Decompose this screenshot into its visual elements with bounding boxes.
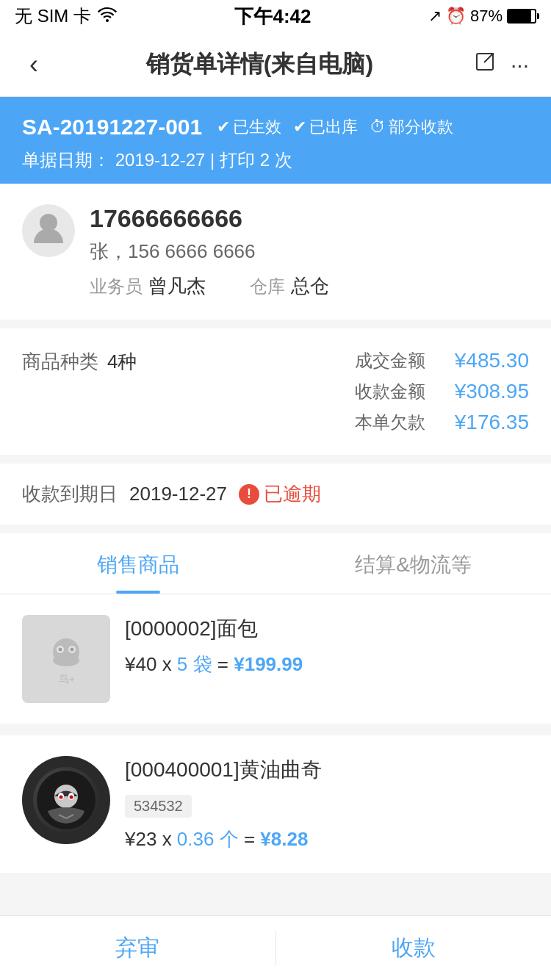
svg-point-14 bbox=[60, 796, 63, 799]
sales-label: 业务员 bbox=[90, 275, 143, 298]
tabs: 销售商品 结算&物流等 bbox=[0, 533, 551, 594]
carrier-text: 无 SIM 卡 bbox=[15, 4, 91, 28]
avatar bbox=[22, 204, 75, 257]
alarm-icon: ⏰ bbox=[446, 7, 466, 26]
overdue-text: 已逾期 bbox=[264, 481, 321, 507]
status-time: 下午4:42 bbox=[234, 4, 311, 29]
product-image-2 bbox=[33, 767, 99, 833]
product-total-1: ¥199.99 bbox=[234, 653, 303, 675]
debt-label: 本单欠款 bbox=[355, 411, 425, 434]
warehouse-meta: 仓库 总仓 bbox=[250, 273, 329, 299]
location-icon: ↗ bbox=[428, 7, 442, 26]
transaction-value: ¥485.30 bbox=[455, 349, 529, 372]
customer-name: 张，156 6666 6666 bbox=[90, 239, 529, 264]
product-type-label: 商品种类 bbox=[22, 349, 98, 375]
battery-icon bbox=[507, 9, 536, 24]
product-unit-2: 个 bbox=[220, 828, 239, 850]
received-label: 收款金额 bbox=[355, 380, 425, 403]
order-id: SA-20191227-001 bbox=[22, 115, 202, 140]
tab-products[interactable]: 销售商品 bbox=[0, 533, 276, 594]
page-title: 销货单详情(来自电脑) bbox=[146, 48, 373, 81]
customer-meta: 业务员 曾凡杰 仓库 总仓 bbox=[90, 273, 529, 299]
table-row: 鸟+ [0000002]面包 ¥40 x 5 袋 = ¥199.99 bbox=[0, 594, 551, 724]
table-row: [000400001]黄油曲奇 534532 ¥23 x 0.36 个 = ¥8… bbox=[0, 735, 551, 873]
customer-phone: 17666666666 bbox=[90, 204, 529, 233]
nav-bar: ‹ 销货单详情(来自电脑) ··· bbox=[0, 32, 551, 97]
more-icon[interactable]: ··· bbox=[511, 52, 529, 77]
back-button[interactable]: ‹ bbox=[22, 42, 46, 87]
transaction-row: 成交金额 ¥485.30 bbox=[355, 349, 529, 372]
svg-point-7 bbox=[71, 648, 74, 652]
received-row: 收款金额 ¥308.95 bbox=[355, 380, 529, 403]
header-banner: SA-20191227-001 ✔ 已生效 ✔ 已出库 ⏱ 部分收款 单据日期：… bbox=[0, 97, 551, 184]
status-left: 无 SIM 卡 bbox=[15, 4, 118, 28]
check-icon-2: ✔ bbox=[293, 118, 306, 137]
status-tag-shipped: ✔ 已出库 bbox=[293, 116, 358, 138]
product-thumbnail-1: 鸟+ bbox=[22, 615, 110, 703]
banner-row1: SA-20191227-001 ✔ 已生效 ✔ 已出库 ⏱ 部分收款 bbox=[22, 115, 529, 140]
product-thumbnail-2 bbox=[22, 756, 110, 844]
product-total-2: ¥8.28 bbox=[260, 828, 308, 850]
sales-meta: 业务员 曾凡杰 bbox=[90, 273, 206, 299]
sales-value: 曾凡杰 bbox=[148, 273, 206, 299]
product-type-value: 4种 bbox=[107, 349, 137, 375]
cancel-button[interactable]: 弃审 bbox=[0, 916, 276, 980]
status-tags: ✔ 已生效 ✔ 已出库 ⏱ 部分收款 bbox=[217, 116, 453, 138]
warehouse-value: 总仓 bbox=[291, 273, 329, 299]
svg-text:鸟+: 鸟+ bbox=[59, 673, 75, 685]
due-date-value: 2019-12-27 bbox=[129, 483, 227, 505]
stats-section: 商品种类 4种 成交金额 ¥485.30 收款金额 ¥308.95 本单欠款 ¥… bbox=[0, 328, 551, 464]
status-bar: 无 SIM 卡 下午4:42 ↗ ⏰ 87% bbox=[0, 0, 551, 32]
product-badge-2: 534532 bbox=[125, 795, 192, 818]
svg-point-15 bbox=[70, 796, 73, 799]
overdue-badge: ! 已逾期 bbox=[239, 481, 321, 507]
thumb-placeholder-1: 鸟+ bbox=[22, 615, 110, 703]
customer-info: 17666666666 张，156 6666 6666 业务员 曾凡杰 仓库 总… bbox=[90, 204, 529, 299]
transaction-label: 成交金额 bbox=[355, 349, 425, 372]
product-name-1: [0000002]面包 bbox=[125, 615, 529, 643]
bottom-bar: 弃审 收款 bbox=[0, 915, 551, 980]
debt-row: 本单欠款 ¥176.35 bbox=[355, 411, 529, 434]
customer-section: 17666666666 张，156 6666 6666 业务员 曾凡杰 仓库 总… bbox=[0, 184, 551, 328]
nav-actions: ··· bbox=[474, 51, 529, 78]
tab-settlement[interactable]: 结算&物流等 bbox=[276, 533, 551, 594]
avatar-icon bbox=[29, 208, 68, 253]
product-info-2: [000400001]黄油曲奇 534532 ¥23 x 0.36 个 = ¥8… bbox=[125, 756, 529, 852]
stats-right: 成交金额 ¥485.30 收款金额 ¥308.95 本单欠款 ¥176.35 bbox=[355, 349, 529, 434]
confirm-button[interactable]: 收款 bbox=[276, 916, 552, 980]
received-value: ¥308.95 bbox=[455, 380, 529, 403]
clock-icon: ⏱ bbox=[370, 118, 386, 137]
product-name-2: [000400001]黄油曲奇 bbox=[125, 756, 529, 784]
overdue-dot-icon: ! bbox=[239, 484, 259, 505]
due-section: 收款到期日 2019-12-27 ! 已逾期 bbox=[0, 464, 551, 533]
due-label: 收款到期日 bbox=[22, 481, 118, 507]
product-info-1: [0000002]面包 ¥40 x 5 袋 = ¥199.99 bbox=[125, 615, 529, 703]
status-tag-effective: ✔ 已生效 bbox=[217, 116, 281, 138]
check-icon-1: ✔ bbox=[217, 118, 230, 137]
warehouse-label: 仓库 bbox=[250, 275, 285, 298]
product-price-2: ¥23 x 0.36 个 = ¥8.28 bbox=[125, 826, 529, 852]
banner-row2: 单据日期： 2019-12-27 | 打印 2 次 bbox=[22, 148, 529, 172]
svg-line-1 bbox=[484, 54, 493, 62]
product-qty-2: 0.36 bbox=[177, 828, 215, 850]
product-type-stat: 商品种类 4种 bbox=[22, 349, 137, 375]
debt-value: ¥176.35 bbox=[455, 411, 529, 434]
svg-point-8 bbox=[53, 655, 79, 666]
product-unit-1: 袋 bbox=[193, 653, 212, 675]
battery-text: 87% bbox=[470, 7, 503, 26]
wifi-icon bbox=[97, 6, 118, 26]
share-icon[interactable] bbox=[474, 51, 496, 78]
status-right: ↗ ⏰ 87% bbox=[428, 7, 536, 26]
product-qty-1: 5 bbox=[177, 653, 187, 675]
stats-left: 商品种类 4种 bbox=[22, 349, 137, 434]
svg-point-6 bbox=[59, 648, 62, 652]
product-price-1: ¥40 x 5 袋 = ¥199.99 bbox=[125, 652, 529, 677]
status-tag-partial: ⏱ 部分收款 bbox=[370, 116, 453, 138]
products-list: 鸟+ [0000002]面包 ¥40 x 5 袋 = ¥199.99 bbox=[0, 594, 551, 873]
